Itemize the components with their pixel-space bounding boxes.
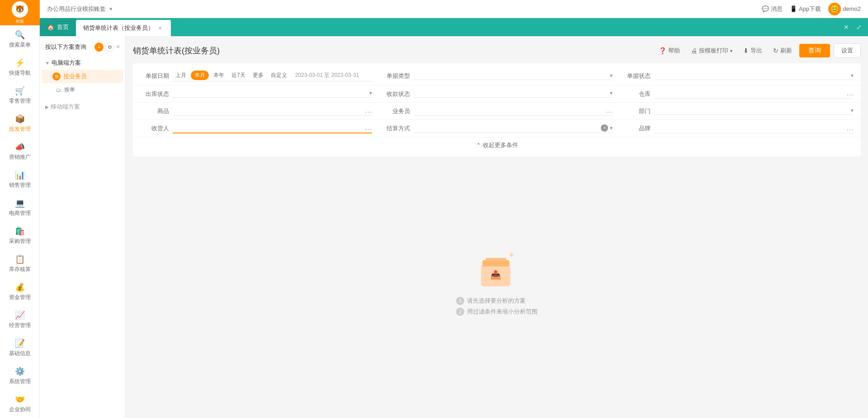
order-icon: 🗂 (56, 87, 61, 93)
date-tab-7days[interactable]: 近7天 (229, 71, 248, 80)
user-info[interactable]: 😊 demo2 (828, 3, 861, 15)
finance-icon: 💰 (15, 282, 25, 292)
export-icon: ⬇ (743, 47, 749, 54)
help-btn[interactable]: ❓ 帮助 (655, 45, 684, 57)
sidebar-item-sales[interactable]: 📊 销售管理 (0, 166, 39, 194)
panel-collapse-btn[interactable]: « (116, 43, 120, 52)
scheme-active-icon: 按 (52, 72, 61, 81)
date-tab-custom[interactable]: 自定义 (268, 71, 290, 80)
scheme-settings-btn[interactable]: ⚙ (105, 43, 114, 52)
sidebar-item-ecommerce[interactable]: 💻 电商管理 (0, 194, 39, 222)
goods-dots: … (365, 106, 372, 114)
messages-label: 消息 (771, 5, 783, 13)
collect-status-field[interactable]: ▾ (414, 90, 613, 98)
sidebar-item-search[interactable]: 🔍 搜索菜单 (0, 25, 39, 53)
sidebar-item-enterprise[interactable]: 🤝 企业协同 (0, 390, 39, 418)
user-avatar: 😊 (828, 3, 841, 15)
brand-dots: … (846, 124, 854, 132)
sidebar-item-wholesale[interactable]: 📦 批发管理 (0, 109, 39, 138)
out-status-field[interactable]: ▾ (173, 90, 372, 98)
sidebar-item-label: 基础信息 (9, 350, 31, 357)
tab-expand-btn[interactable]: ⤢ (854, 22, 864, 33)
template-print-btn[interactable]: 🖨 按模板打印 ▾ (687, 45, 736, 57)
tab-sales-stat[interactable]: 销货单统计表（按业务员） ✕ (76, 20, 171, 36)
sidebar-item-operations[interactable]: 📈 经营管理 (0, 306, 39, 334)
doc-status-label: 单据状态 (622, 72, 654, 80)
salesperson-field[interactable]: … (414, 106, 613, 116)
collapse-bar[interactable]: ⌃ 收起更多条件 (133, 138, 861, 153)
settle-arrow: ▾ (610, 125, 613, 131)
retail-icon: 🛒 (15, 86, 25, 96)
logo-tagline: 标版 (16, 19, 24, 24)
sidebar-item-shortcut[interactable]: ⚡ 快捷导航 (0, 53, 39, 81)
settle-method-field[interactable]: × ▾ (414, 124, 613, 133)
date-tab-more[interactable]: 更多 (250, 71, 266, 80)
messages-btn[interactable]: 💬 消息 (762, 5, 783, 13)
doc-type-field[interactable]: ▾ (414, 72, 613, 80)
mobile-section-header[interactable]: ▶ 移动端方案 (40, 100, 125, 114)
sidebar-item-label: 快捷导航 (9, 69, 31, 77)
sidebar-item-marketing[interactable]: 📣 营销推广 (0, 138, 39, 166)
scheme-order-label: 按单 (64, 86, 75, 94)
settle-method-clear-btn[interactable]: × (601, 124, 608, 132)
empty-hint-2: 2 用过滤条件来缩小分析范围 (456, 308, 538, 316)
topbar-left: 办公用品行业模拟账套 ▾ (47, 5, 113, 13)
add-scheme-btn[interactable]: + (94, 43, 104, 52)
scheme-item-order[interactable]: 🗂 按单 (40, 83, 125, 96)
system-icon: ⚙️ (15, 366, 25, 376)
goods-field[interactable]: … (173, 106, 372, 116)
logo-icon: 🐯 (12, 1, 28, 18)
date-tab-this-year[interactable]: 本年 (211, 71, 227, 80)
query-btn[interactable]: 查询 (799, 44, 830, 57)
tab-close-all-btn[interactable]: ✕ (841, 22, 852, 33)
date-range-display: 2023-03-01 至 2023-03-31 (295, 71, 359, 79)
sidebar-item-label: 经营管理 (9, 322, 31, 329)
industry-dropdown-icon[interactable]: ▾ (109, 5, 113, 12)
sidebar-item-system[interactable]: ⚙️ 系统管理 (0, 362, 39, 390)
left-panel: 按以下方案查询 + ⚙ « ▼ 电脑端方案 按 按业务员 🗂 (40, 36, 126, 418)
collect-status-label: 收款状态 (381, 90, 414, 98)
tab-home[interactable]: 🏠 首页 (40, 18, 76, 36)
settle-method-label: 结算方式 (381, 124, 414, 133)
warehouse-dots: … (846, 89, 854, 97)
sidebar-item-retail[interactable]: 🛒 零售管理 (0, 81, 39, 109)
dept-field[interactable]: ▾ (654, 107, 854, 115)
export-label: 导出 (750, 47, 762, 55)
settings-btn[interactable]: 设置 (834, 43, 861, 58)
tab-close-btn[interactable]: ✕ (156, 24, 164, 32)
doc-type-arrow: ▾ (610, 72, 613, 79)
collapse-label: 收起更多条件 (483, 141, 518, 149)
left-panel-header-actions: + ⚙ « (94, 43, 120, 52)
app-download-btn[interactable]: 📱 App下载 (790, 5, 821, 13)
date-filter: 上月 本月 本年 近7天 更多 自定义 2023-03-01 至 2023-03… (173, 71, 372, 81)
doc-status-field[interactable]: ▾ (654, 72, 854, 80)
empty-svg: ✦ 📤 (472, 249, 522, 290)
brand-field[interactable]: … (654, 124, 854, 133)
date-tab-this-month[interactable]: 本月 (191, 71, 209, 80)
page-title: 销货单统计表(按业务员) (133, 45, 220, 56)
empty-hint-1: 1 请先选择要分析的方案 (456, 297, 538, 305)
sidebar-item-finance[interactable]: 💰 资金管理 (0, 278, 39, 306)
export-btn[interactable]: ⬇ 导出 (740, 45, 766, 57)
shortcut-icon: ⚡ (15, 58, 25, 68)
hint-num-2: 2 (456, 308, 464, 316)
sidebar-item-purchase[interactable]: 🛍️ 采购管理 (0, 222, 39, 250)
sidebar-item-basic[interactable]: 📝 基础信息 (0, 334, 39, 362)
tabbar-actions: ✕ ⤢ (841, 22, 868, 33)
warehouse-field[interactable]: … (654, 89, 854, 99)
basic-icon: 📝 (15, 338, 25, 348)
sidebar-item-inventory[interactable]: 📋 库存核算 (0, 250, 39, 278)
left-panel-header: 按以下方案查询 + ⚙ « (40, 40, 125, 54)
sidebar-item-label: 销售管理 (9, 181, 31, 189)
date-tab-last-month[interactable]: 上月 (173, 71, 189, 80)
desktop-section-header[interactable]: ▼ 电脑端方案 (40, 56, 125, 70)
content-area: 按以下方案查询 + ⚙ « ▼ 电脑端方案 按 按业务员 🗂 (40, 36, 868, 418)
scheme-item-salesperson[interactable]: 按 按业务员 (42, 70, 123, 83)
refresh-btn[interactable]: ↻ 刷新 (769, 45, 796, 57)
help-icon: ❓ (659, 47, 666, 54)
home-icon: 🏠 (47, 24, 54, 31)
consignee-field[interactable]: … (173, 124, 372, 133)
marketing-icon: 📣 (15, 142, 25, 152)
hint-text-1: 请先选择要分析的方案 (467, 297, 526, 305)
enterprise-icon: 🤝 (15, 394, 25, 404)
